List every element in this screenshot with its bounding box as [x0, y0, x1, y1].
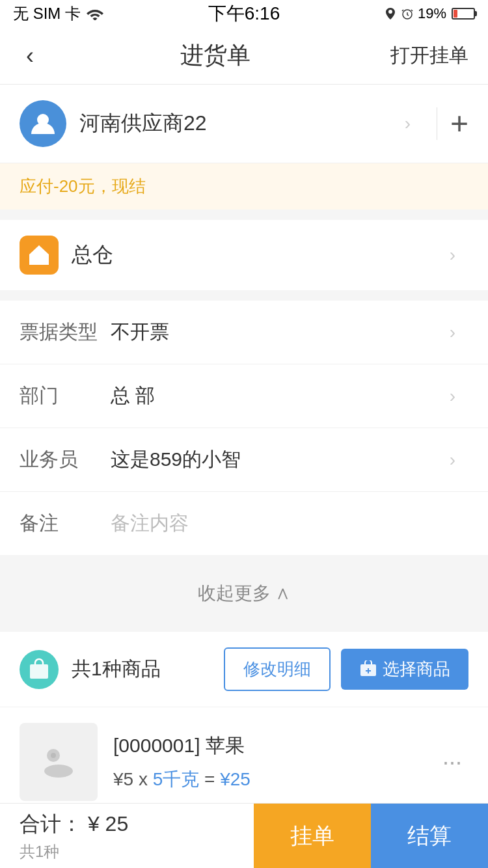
svg-rect-2 [34, 257, 44, 265]
product-name: [0000001] 苹果 [113, 733, 436, 759]
product-thumbnail [20, 723, 98, 801]
product-info: [0000001] 苹果 ¥5 x 5千克 = ¥25 [113, 733, 436, 792]
invoice-label: 票据类型 [20, 319, 98, 346]
product-item: [0000001] 苹果 ¥5 x 5千克 = ¥25 ··· [0, 707, 488, 817]
sales-value: 这是859的小智 [98, 446, 450, 473]
status-carrier: 无 SIM 卡 [13, 3, 104, 24]
chevron-right-icon: › [450, 386, 455, 407]
divider [437, 107, 437, 140]
remark-input[interactable]: 备注内容 [98, 510, 468, 537]
battery-percent: 19% [418, 5, 446, 22]
product-price: ¥5 x 5千克 = ¥25 [113, 767, 436, 792]
products-count: 共1种商品 [72, 656, 224, 683]
warehouse-icon [20, 236, 59, 275]
carrier-text: 无 SIM 卡 [13, 3, 81, 24]
supplier-row[interactable]: 河南供应商22 › + [0, 85, 488, 163]
dept-label: 部门 [20, 383, 98, 409]
select-products-button[interactable]: 选择商品 [341, 649, 468, 690]
sales-label: 业务员 [20, 446, 98, 473]
sales-row[interactable]: 业务员 这是859的小智 › [0, 428, 488, 492]
home-icon [27, 243, 51, 267]
equals-sign: = [204, 769, 220, 789]
status-bar: 无 SIM 卡 下午6:16 19% [0, 0, 488, 27]
warning-banner: 应付-20元，现结 [0, 163, 488, 210]
warehouse-name: 总仓 [72, 241, 450, 269]
add-supplier-button[interactable]: + [450, 108, 468, 139]
nav-bar: ‹ 进货单 打开挂单 [0, 27, 488, 85]
products-section: 共1种商品 修改明细 选择商品 [0, 632, 488, 817]
svg-point-7 [51, 753, 56, 758]
total-count: 共1种 [20, 841, 234, 862]
shopping-icon [27, 658, 51, 681]
status-time: 下午6:16 [208, 1, 280, 26]
select-products-label: 选择商品 [383, 658, 450, 681]
more-options-button[interactable]: ··· [436, 742, 468, 782]
status-right: 19% [384, 5, 475, 22]
total-value: ¥ 25 [88, 812, 128, 835]
chevron-right-icon: › [450, 245, 455, 265]
chevron-right-icon: › [450, 322, 455, 343]
svg-rect-3 [30, 664, 48, 679]
total-label: 合计： [20, 812, 82, 835]
user-icon [29, 109, 57, 138]
product-code: [0000001] [113, 735, 200, 756]
collapse-button[interactable]: 收起更多 ∧ [0, 565, 488, 621]
svg-point-6 [44, 765, 73, 778]
main-content: 河南供应商22 › + 应付-20元，现结 总仓 › 票据类型 不开票 › 部门 [0, 85, 488, 817]
remark-row[interactable]: 备注 备注内容 [0, 492, 488, 555]
total-amount: 合计： ¥ 25 [20, 810, 234, 839]
invoice-row[interactable]: 票据类型 不开票 › [0, 301, 488, 364]
supplier-name: 河南供应商22 [79, 109, 405, 138]
chevron-right-icon: › [450, 450, 455, 470]
edit-details-button[interactable]: 修改明细 [224, 647, 331, 691]
wifi-icon [86, 7, 104, 20]
products-header: 共1种商品 修改明细 选择商品 [0, 632, 488, 707]
qty-value: 5千克 [153, 769, 200, 789]
invoice-value: 不开票 [98, 319, 450, 346]
products-icon [20, 650, 59, 689]
form-section: 票据类型 不开票 › 部门 总 部 › 业务员 这是859的小智 › 备注 备注… [0, 301, 488, 555]
remark-label: 备注 [20, 510, 98, 537]
dept-row[interactable]: 部门 总 部 › [0, 364, 488, 428]
confirm-button[interactable]: 结算 [371, 804, 488, 869]
dept-value: 总 部 [98, 383, 450, 409]
back-button[interactable]: ‹ [20, 36, 40, 76]
add-product-icon [359, 660, 377, 679]
battery-icon [452, 8, 475, 20]
warning-text: 应付-20元，现结 [20, 176, 146, 196]
total-section: 合计： ¥ 25 共1种 [0, 810, 254, 862]
bottom-bar: 合计： ¥ 25 共1种 挂单 结算 [0, 803, 488, 868]
product-title: 苹果 [206, 735, 245, 756]
chevron-right-icon: › [405, 113, 411, 134]
price-value: ¥5 [113, 769, 133, 789]
supplier-avatar [20, 100, 66, 147]
location-icon [384, 7, 397, 20]
page-title: 进货单 [180, 40, 251, 72]
product-placeholder-icon [39, 742, 78, 781]
alarm-icon [401, 7, 414, 20]
open-pending-button[interactable]: 打开挂单 [390, 42, 468, 69]
total-value: ¥25 [220, 769, 251, 789]
pending-button[interactable]: 挂单 [254, 804, 371, 869]
multiply-sign: x [139, 769, 153, 789]
warehouse-section[interactable]: 总仓 › [0, 220, 488, 290]
supplier-section: 河南供应商22 › + 应付-20元，现结 [0, 85, 488, 210]
